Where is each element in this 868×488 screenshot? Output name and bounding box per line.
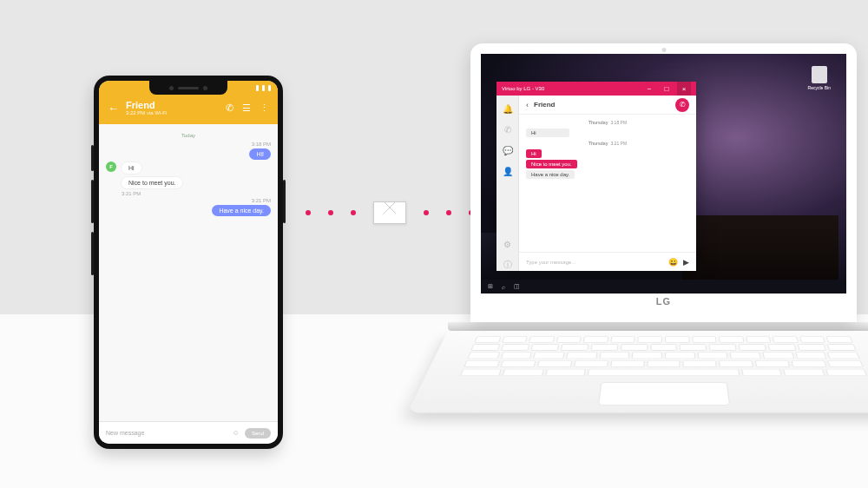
laptop-hinge	[448, 322, 868, 331]
transfer-indicator	[306, 201, 474, 224]
incoming-bubble: Nice to meet you.	[121, 176, 183, 189]
envelope-icon	[373, 201, 406, 224]
timestamp: 3:18 PM	[106, 142, 271, 147]
phone-volume-down	[91, 232, 94, 275]
chat-body: Thursday3:18 PM Hi Thursday3:21 PM Hi Ni…	[519, 115, 696, 252]
incoming-bubble: Hi	[121, 162, 142, 175]
trackpad	[597, 382, 729, 405]
message-input[interactable]: New message	[106, 430, 227, 436]
incoming-message: Have a nice day.	[526, 170, 575, 179]
app-sidebar: 🔔 ✆ 💬 👤 ⚙ ⓘ	[496, 96, 519, 271]
messaging-app-window: Virtoo by LG - V30 − □ × 🔔 ✆ 💬 👤 ⚙ ⓘ	[496, 82, 696, 271]
phone-side-button	[91, 145, 94, 171]
task-view-icon[interactable]: ◫	[514, 283, 520, 290]
message-input-bar: Type your message... 😀 ▶	[519, 252, 696, 271]
send-icon[interactable]: ▶	[683, 258, 689, 267]
contacts-icon[interactable]: 👤	[502, 165, 514, 177]
call-button[interactable]: ✆	[675, 98, 689, 112]
recycle-bin[interactable]: Recycle Bin	[808, 66, 831, 90]
messages-icon[interactable]: 💬	[502, 144, 514, 156]
chat-header: ← Friend 3:22 PM via Wi-Fi ✆ ☰ ⋮	[99, 95, 278, 124]
phone-notch	[149, 81, 227, 95]
chat-body: Today 3:18 PM Hi! F Hi Nice to meet you.…	[99, 124, 278, 421]
laptop-keyboard	[407, 331, 868, 413]
back-arrow-icon[interactable]: ‹	[526, 101, 529, 109]
phone-volume-up	[91, 180, 94, 223]
chat-header: ‹ Friend ✆	[519, 96, 696, 115]
contact-name: Friend	[126, 100, 219, 110]
recycle-bin-icon	[812, 66, 827, 83]
start-icon[interactable]: ⊞	[488, 283, 493, 290]
message-input-bar: New message ☺ Send	[99, 421, 278, 444]
close-icon[interactable]: ×	[677, 82, 691, 96]
laptop: Recycle Bin Virtoo by LG - V30 − □ × 🔔 ✆…	[470, 43, 857, 461]
smartphone: ← Friend 3:22 PM via Wi-Fi ✆ ☰ ⋮ Today 3…	[94, 76, 283, 449]
phone-call-icon[interactable]: ✆	[226, 102, 233, 114]
laptop-brand-logo: LG	[481, 293, 846, 307]
outgoing-bubble: Have a nice day.	[212, 205, 271, 216]
search-icon[interactable]: ⌕	[502, 284, 505, 290]
attachment-icon[interactable]: ☰	[242, 102, 251, 114]
outgoing-bubble: Hi!	[249, 148, 271, 160]
more-icon[interactable]: ⋮	[260, 102, 269, 114]
send-button[interactable]: Send	[245, 428, 271, 439]
desktop-screen: Recycle Bin Virtoo by LG - V30 − □ × 🔔 ✆…	[481, 54, 846, 293]
contact-subtitle: 3:22 PM via Wi-Fi	[126, 110, 219, 115]
emoji-icon[interactable]: ☺	[233, 429, 240, 437]
notifications-icon[interactable]: 🔔	[502, 102, 514, 115]
minimize-icon[interactable]: −	[642, 82, 656, 96]
recycle-bin-label: Recycle Bin	[808, 85, 831, 90]
window-titlebar[interactable]: Virtoo by LG - V30 − □ ×	[496, 82, 696, 96]
timestamp: 3:21 PM	[122, 191, 271, 196]
outgoing-message: Hi	[526, 149, 542, 158]
today-label: Today	[106, 133, 271, 138]
outgoing-message: Nice to meet you.	[526, 160, 577, 168]
info-icon[interactable]: ⓘ	[502, 259, 514, 271]
emoji-icon[interactable]: 😀	[668, 258, 678, 267]
maximize-icon[interactable]: □	[660, 82, 674, 96]
date-separator: Thursday3:21 PM	[526, 141, 689, 146]
settings-icon[interactable]: ⚙	[502, 238, 514, 250]
date-separator: Thursday3:18 PM	[526, 120, 689, 125]
timestamp: 3:21 PM	[106, 198, 271, 203]
webcam	[661, 48, 666, 52]
incoming-message: Hi	[526, 129, 569, 137]
phone-power-button	[283, 180, 286, 223]
windows-taskbar[interactable]: ⊞ ⌕ ◫	[481, 280, 846, 293]
message-input[interactable]: Type your message...	[526, 260, 663, 265]
calls-icon[interactable]: ✆	[502, 123, 514, 135]
back-arrow-icon[interactable]: ←	[108, 102, 119, 115]
phone-screen: ← Friend 3:22 PM via Wi-Fi ✆ ☰ ⋮ Today 3…	[99, 81, 278, 444]
window-title: Virtoo by LG - V30	[502, 86, 639, 91]
avatar: F	[106, 162, 116, 172]
contact-name: Friend	[534, 101, 670, 109]
laptop-display: Recycle Bin Virtoo by LG - V30 − □ × 🔔 ✆…	[470, 43, 857, 322]
